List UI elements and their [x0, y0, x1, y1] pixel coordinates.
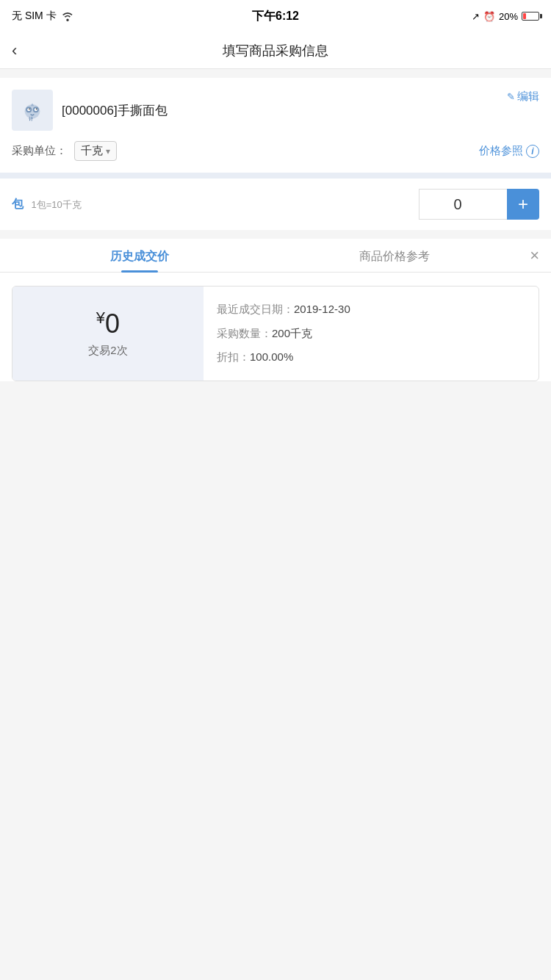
discount-label: 折扣： — [217, 350, 250, 363]
unit-section: 采购单位： 千克 ▾ — [12, 141, 117, 161]
product-header: 计 [0000006]手撕面包 ✎ 编辑 — [12, 90, 539, 131]
product-unit-row: 采购单位： 千克 ▾ 价格参照 i — [12, 141, 539, 161]
currency-symbol: ¥ — [96, 309, 105, 327]
product-logo-icon: 计 — [21, 98, 44, 122]
tab-close-button[interactable]: × — [522, 246, 539, 265]
qty-label: 采购数量： — [217, 327, 272, 339]
discount-row: 折扣：100.00% — [217, 349, 525, 366]
svg-point-6 — [36, 109, 37, 110]
edit-label: 编辑 — [517, 90, 539, 104]
tab-price-ref[interactable]: 商品价格参考 — [267, 239, 523, 272]
product-left: 计 [0000006]手撕面包 — [12, 90, 168, 131]
status-left: 无 SIM 卡 — [12, 10, 74, 23]
price-amount: ¥0 — [96, 309, 120, 339]
quantity-input[interactable] — [419, 189, 507, 220]
price-ref-label: 价格参照 — [479, 144, 523, 158]
unit-select[interactable]: 千克 ▾ — [74, 141, 117, 161]
tabs-section: 历史成交价 商品价格参考 × ¥0 交易2次 最近成交日期：2019-12-30… — [0, 239, 551, 381]
recent-date-value: 2019-12-30 — [294, 303, 350, 315]
qty-controls: + — [419, 189, 539, 220]
price-left-panel: ¥0 交易2次 — [12, 287, 204, 381]
recent-date-row: 最近成交日期：2019-12-30 — [217, 301, 525, 318]
alarm-icon: ⏰ — [483, 11, 495, 22]
unit-value: 千克 — [81, 144, 103, 158]
edit-icon: ✎ — [507, 91, 515, 102]
page-title: 填写商品采购信息 — [223, 42, 328, 60]
section-divider — [0, 173, 551, 179]
battery-percent: 20% — [499, 11, 518, 22]
unit-label-text: 采购单位： — [12, 144, 67, 156]
chevron-down-icon: ▾ — [106, 146, 110, 156]
back-button[interactable]: ‹ — [12, 41, 17, 60]
unit-info-section: 包 1包=10千克 — [12, 197, 82, 212]
recent-date-label: 最近成交日期： — [217, 303, 294, 315]
carrier-text: 无 SIM 卡 — [12, 10, 57, 23]
price-card: ¥0 交易2次 最近成交日期：2019-12-30 采购数量：200千克 折扣：… — [12, 286, 539, 381]
status-time: 下午6:12 — [252, 9, 299, 24]
help-icon: i — [526, 145, 539, 158]
price-trades: 交易2次 — [88, 344, 127, 358]
wifi-icon — [61, 11, 74, 21]
svg-point-5 — [29, 109, 30, 110]
tab-history-price[interactable]: 历史成交价 — [12, 239, 267, 272]
status-bar: 无 SIM 卡 下午6:12 ↗ ⏰ 20% — [0, 0, 551, 32]
product-name: [0000006]手撕面包 — [62, 102, 168, 119]
tabs-header: 历史成交价 商品价格参考 × — [0, 239, 551, 273]
battery-icon — [522, 12, 539, 21]
product-card: 计 [0000006]手撕面包 ✎ 编辑 采购单位： 千克 ▾ 价格参照 i — [0, 78, 551, 173]
qty-plus-button[interactable]: + — [507, 189, 539, 220]
product-thumbnail: 计 — [12, 90, 53, 131]
unit-sub-text: 1包=10千克 — [31, 199, 81, 210]
bottom-area — [0, 394, 551, 835]
battery-fill — [523, 13, 526, 19]
discount-value: 100.00% — [250, 350, 293, 363]
location-icon: ↗ — [472, 11, 480, 22]
status-right: ↗ ⏰ 20% — [472, 11, 539, 22]
qty-row: 采购数量：200千克 — [217, 325, 525, 342]
nav-bar: ‹ 填写商品采购信息 — [0, 32, 551, 69]
edit-button[interactable]: ✎ 编辑 — [507, 90, 539, 104]
qty-value: 200千克 — [272, 327, 312, 339]
svg-text:计: 计 — [29, 116, 34, 121]
unit-badge: 包 — [12, 198, 24, 210]
price-value: 0 — [105, 309, 120, 339]
svg-point-3 — [27, 108, 30, 111]
price-ref-button[interactable]: 价格参照 i — [479, 144, 539, 158]
price-right-panel: 最近成交日期：2019-12-30 采购数量：200千克 折扣：100.00% — [204, 287, 539, 381]
svg-point-4 — [35, 108, 37, 111]
quantity-row: 包 1包=10千克 + — [0, 179, 551, 230]
